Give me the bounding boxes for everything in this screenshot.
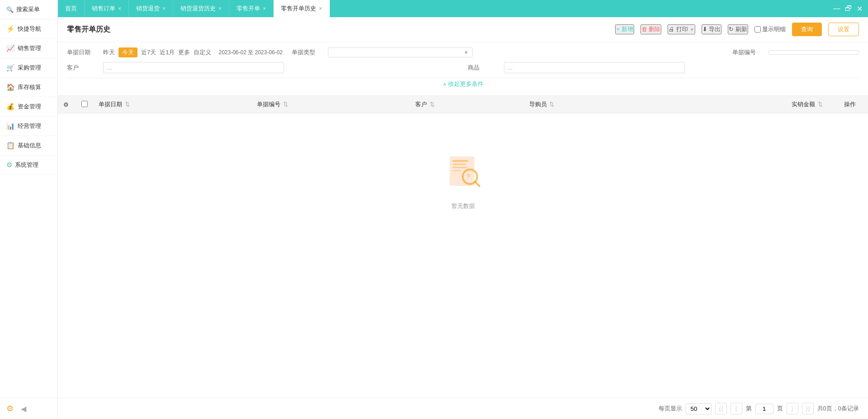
restore-btn[interactable]: 🗗 [845, 5, 852, 13]
customer-label: 客户 [67, 64, 100, 72]
tab-retail-open-label: 零售开单 [237, 5, 260, 13]
per-page-select[interactable]: 50 100 200 [686, 403, 711, 414]
query-button[interactable]: 查询 [792, 23, 822, 36]
sidebar-item-sales-mgmt[interactable]: 📈 销售管理 [0, 39, 57, 58]
th-settings[interactable]: ⚙ [58, 96, 76, 113]
th-bill-date[interactable]: 单据日期 ⇅ [93, 96, 251, 113]
new-button[interactable]: + 新增 [615, 24, 634, 34]
collapse-label: 收起更多条件 [448, 80, 484, 88]
table-header: ⚙ 单据日期 ⇅ 单据编号 ⇅ [58, 96, 868, 113]
th-customer-label: 客户 [415, 101, 427, 108]
print-dropdown-icon[interactable]: ▼ [690, 27, 694, 32]
page-header: 零售开单历史 + 新增 🗑 删除 🖨 打印 ▼ ⬇ 导出 ↻ 刷新 [58, 17, 868, 42]
sidebar-item-label: 销售管理 [18, 44, 41, 52]
top-nav-right: — 🗗 ✕ [833, 5, 868, 13]
goods-input[interactable]: ... [504, 62, 685, 73]
tab-retail-history[interactable]: 零售开单历史 × [274, 0, 330, 17]
first-page-btn[interactable]: ⟨⟨ [715, 403, 727, 414]
date-more[interactable]: 更多 [178, 48, 190, 56]
top-nav: 首页 销售订单 × 销货退货 × 销货退货历史 × 零售开单 × 零售开单历史 … [58, 0, 868, 17]
tab-retail-open-close[interactable]: × [263, 5, 266, 12]
print-button[interactable]: 🖨 打印 ▼ [668, 24, 695, 34]
tab-sales-order-close[interactable]: × [118, 5, 121, 12]
customer-input[interactable]: ... [103, 62, 284, 73]
delete-button[interactable]: 🗑 删除 [640, 24, 662, 34]
tab-sales-return-close[interactable]: × [162, 5, 166, 12]
data-table: ⚙ 单据日期 ⇅ 单据编号 ⇅ [58, 96, 868, 113]
sidebar-item-label: 基础信息 [18, 141, 41, 150]
sidebar-item-label: 快捷导航 [18, 25, 41, 33]
tab-sales-return-history-close[interactable]: × [218, 5, 222, 12]
tab-sales-order-label: 销售订单 [92, 5, 115, 13]
pagination-bar: 每页显示 50 100 200 ⟨⟨ ⟨ 第 1 页 ⟩ ⟩⟩ 共0页，0条记录 [58, 398, 868, 419]
bill-type-dropdown-icon: ▼ [464, 50, 469, 55]
sidebar-search-label: 搜索采单 [16, 5, 40, 14]
goods-group: 商品 ... [468, 62, 859, 73]
bill-no-input[interactable] [768, 50, 859, 55]
setting-button[interactable]: 设置 [828, 23, 859, 36]
base-info-icon: 📋 [6, 141, 15, 150]
collapse-sidebar-icon[interactable]: ◀ [21, 405, 26, 413]
svg-rect-1 [452, 160, 468, 162]
page-input[interactable]: 1 [755, 404, 773, 414]
sidebar-item-sys-mgmt[interactable]: ⚙ 系统管理 [0, 155, 57, 175]
settings-bottom-icon[interactable]: ⚙ [6, 404, 14, 414]
tab-sales-return-history[interactable]: 销货退货历史 × [173, 0, 229, 17]
export-button[interactable]: ⬇ 导出 [702, 24, 722, 34]
tab-retail-open[interactable]: 零售开单 × [229, 0, 274, 17]
prev-page-btn[interactable]: ⟨ [730, 403, 742, 414]
sidebar-item-finance[interactable]: 💰 资金管理 [0, 97, 57, 117]
sidebar-item-base-info[interactable]: 📋 基础信息 [0, 136, 57, 155]
sidebar-item-quick-nav[interactable]: ⚡ 快捷导航 [0, 19, 57, 39]
date-filter-label: 单据日期 [67, 48, 100, 56]
date-yesterday[interactable]: 昨天 [103, 48, 115, 56]
sort-bill-no-icon: ⇅ [283, 101, 288, 108]
date-today[interactable]: 今天 [119, 47, 138, 57]
collapse-bar[interactable]: ∧ 收起更多条件 [67, 78, 859, 90]
customer-dots: ... [107, 64, 112, 71]
display-cols-toggle[interactable]: 显示明细 [754, 25, 786, 33]
display-cols-label: 显示明细 [762, 25, 786, 33]
next-page-btn[interactable]: ⟩ [787, 403, 798, 414]
tab-sales-return-label: 销货退货 [136, 5, 160, 13]
minimize-btn[interactable]: — [833, 5, 840, 13]
th-bill-no[interactable]: 单据编号 ⇅ [251, 96, 410, 113]
sidebar-item-ops-mgmt[interactable]: 📊 经营管理 [0, 117, 57, 136]
tab-sales-return[interactable]: 销货退货 × [129, 0, 173, 17]
tab-sales-order[interactable]: 销售订单 × [85, 0, 129, 17]
sort-guide-icon: ⇅ [549, 101, 554, 108]
empty-icon [441, 150, 486, 195]
svg-rect-4 [452, 170, 461, 171]
refresh-button[interactable]: ↻ 刷新 [728, 24, 748, 34]
sidebar-item-label: 系统管理 [15, 161, 38, 169]
setting-label: 设置 [838, 26, 849, 33]
th-actual-amount-label: 实销金额 [792, 101, 815, 108]
display-cols-checkbox[interactable] [754, 26, 761, 33]
th-actual-amount[interactable]: 实销金额 ⇅ [660, 96, 832, 113]
empty-text: 暂无数据 [451, 202, 475, 210]
ops-mgmt-icon: 📊 [6, 122, 15, 130]
tab-home[interactable]: 首页 [58, 0, 85, 17]
th-guide[interactable]: 导购员 ⇅ [524, 96, 660, 113]
sidebar-item-purchase-mgmt[interactable]: 🛒 采购管理 [0, 58, 57, 78]
sidebar-bottom: ⚙ ◀ [0, 398, 57, 419]
customer-group: 客户 ... [67, 62, 459, 73]
sidebar-search[interactable]: 🔍 搜索采单 [0, 0, 57, 19]
goods-label: 商品 [468, 64, 500, 72]
main-area: 首页 销售订单 × 销货退货 × 销货退货历史 × 零售开单 × 零售开单历史 … [58, 0, 868, 419]
date-custom[interactable]: 自定义 [194, 48, 211, 56]
th-customer[interactable]: 客户 ⇅ [410, 96, 524, 113]
select-all-checkbox[interactable] [81, 101, 88, 107]
export-label: ⬇ 导出 [702, 25, 721, 33]
sidebar-item-inventory[interactable]: 🏠 库存核算 [0, 78, 57, 97]
bill-type-select[interactable]: ▼ [328, 47, 473, 57]
new-label: + 新增 [616, 25, 633, 33]
th-bill-date-label: 单据日期 [99, 101, 122, 108]
finance-icon: 💰 [6, 103, 15, 111]
date-last7[interactable]: 近7天 [141, 48, 156, 56]
last-page-btn[interactable]: ⟩⟩ [802, 403, 814, 414]
date-last-month[interactable]: 近1月 [160, 48, 175, 56]
tab-retail-history-close[interactable]: × [319, 5, 322, 12]
close-window-btn[interactable]: ✕ [857, 5, 863, 13]
filter-row-1: 单据日期 昨天 今天 近7天 近1月 更多 自定义 2023-06-02 至 2… [67, 47, 859, 57]
